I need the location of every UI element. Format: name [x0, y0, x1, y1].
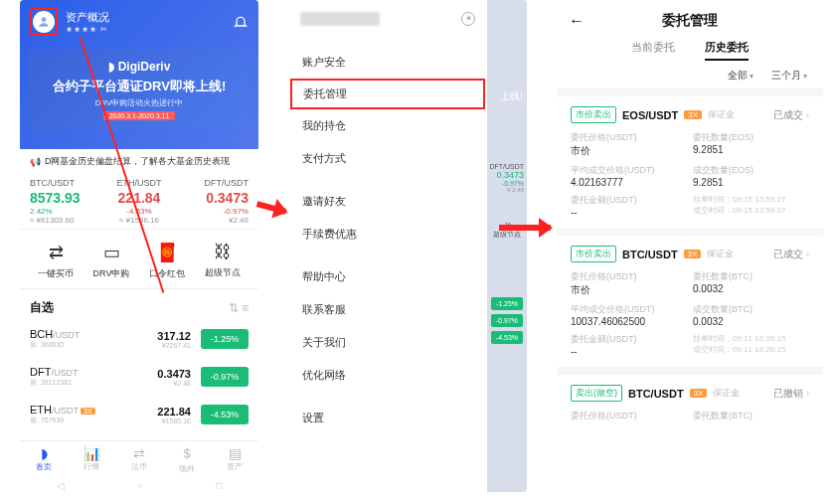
order-status: 已成交	[773, 248, 809, 261]
banner-peek: 上线!	[487, 0, 527, 103]
order-pair: EOS/USDT	[622, 109, 678, 121]
quick-action-3[interactable]: ⛓超级节点	[195, 242, 251, 280]
banner-subtitle: DRV申购活动火热进行中	[34, 97, 245, 108]
order-status: 已撤销	[773, 387, 809, 401]
tab-current[interactable]: 当前委托	[631, 40, 675, 61]
leverage-badge: 3X	[684, 110, 702, 119]
order-management-screen: ← 委托管理 当前委托 历史委托 全部 三个月 市价卖出 EOS/USDT 3X…	[557, 0, 823, 504]
menu-settings[interactable]: 设置	[288, 402, 487, 434]
peek-row-1: -0.97%	[491, 314, 523, 327]
brand-name: DigiDeriv	[118, 60, 171, 74]
price-col-0[interactable]: BTC/USDT 8573.93 2.42% ≈ ¥61303.60	[30, 178, 102, 225]
theme-toggle-icon[interactable]: ☀	[461, 12, 475, 26]
order-tabs: 当前委托 历史委托	[557, 40, 823, 61]
wallet-icon: ▤	[211, 445, 258, 461]
nav-assets[interactable]: ▤资产	[211, 445, 258, 474]
menu-network[interactable]: 优化网络	[288, 359, 487, 392]
notice-text: D网基金历史偏盘结算，了解各大基金历史表现	[45, 155, 231, 168]
quick-actions-row: ⇄一键买币 ▭DRV申购 🧧口令红包 ⛓超级节点	[20, 230, 258, 289]
header-stars: ★★★★ ✂	[66, 25, 233, 34]
peek-chg: -0.97%	[487, 180, 527, 187]
menu-help[interactable]: 帮助中心	[288, 260, 487, 293]
order-status: 已成交	[773, 108, 809, 122]
dimmed-background[interactable]: 上线! DFT/USDT 0.3473 -0.97% ¥ 2.48 ⛓超级节点 …	[487, 0, 527, 492]
menu-payment[interactable]: 支付方式	[288, 142, 487, 175]
banner-headline: 合约子平台通证DRV即将上线!	[34, 78, 245, 95]
menu-order-management[interactable]: 委托管理	[290, 79, 485, 109]
menu-fee-discount[interactable]: 手续费优惠	[288, 218, 487, 251]
back-key[interactable]: ◁	[57, 480, 65, 491]
system-nav: ◁○□	[20, 478, 258, 492]
page-title: 委托管理	[594, 12, 785, 30]
nav-otc[interactable]: ＄场外	[163, 445, 211, 474]
filter-row: 全部 三个月	[557, 61, 823, 88]
home-header: 资产概况 ★★★★ ✂ ◗DigiDeriv 合约子平台通证DRV即将上线! D…	[20, 0, 258, 149]
order-type-tag: 卖出(做空)	[571, 385, 622, 402]
node-icon: ⛓	[195, 242, 251, 262]
change-badge: -0.97%	[201, 367, 249, 387]
user-info-blurred	[300, 12, 380, 26]
leverage-badge: 3X	[684, 250, 702, 258]
menu-account-security[interactable]: 账户安全	[288, 46, 487, 79]
margin-tag: 保证金	[713, 387, 740, 400]
drawer-screen: ☀ 账户安全 委托管理 我的持仓 支付方式 邀请好友 手续费优惠 帮助中心 联系…	[288, 0, 527, 492]
leverage-badge: 3X	[690, 389, 708, 398]
leverage-badge: 3X	[81, 408, 95, 415]
filter-period[interactable]: 三个月	[771, 69, 807, 83]
market-row-1[interactable]: DFT/USDT量: 39112381 0.3473¥2.48 -0.97%	[20, 358, 258, 396]
bell-icon[interactable]	[233, 14, 249, 30]
speaker-icon: 📢	[30, 157, 41, 167]
price-col-2[interactable]: DFT/USDT 0.3473 -0.97% ¥2.48	[176, 178, 249, 225]
annotation-arrow-2	[499, 225, 551, 231]
filter-all[interactable]: 全部	[728, 69, 753, 83]
peek-pair: DFT/USDT	[487, 103, 527, 170]
recent-key[interactable]: □	[216, 480, 222, 491]
side-drawer: ☀ 账户安全 委托管理 我的持仓 支付方式 邀请好友 手续费优惠 帮助中心 联系…	[288, 0, 487, 492]
drv-icon: ▭	[84, 242, 139, 263]
swap-icon: ⇄	[115, 445, 163, 461]
bottom-nav: ◗首页 📊行情 ⇄法币 ＄场外 ▤资产	[20, 440, 258, 478]
svg-point-0	[42, 17, 47, 22]
change-badge: -4.53%	[201, 405, 249, 424]
tab-history[interactable]: 历史委托	[705, 40, 749, 61]
peek-row-0: -1.25%	[491, 297, 523, 310]
change-badge: -1.25%	[201, 329, 249, 349]
order-card-1[interactable]: 市价卖出 BTC/USDT 3X 保证金 已成交 委托价格(USDT)市价 委托…	[557, 228, 823, 367]
order-type-tag: 市价卖出	[571, 106, 616, 123]
exchange-icon: ⇄	[28, 242, 84, 263]
avatar[interactable]	[33, 11, 55, 33]
nav-market[interactable]: 📊行情	[68, 445, 115, 474]
order-card-0[interactable]: 市价卖出 EOS/USDT 3X 保证金 已成交 委托价格(USDT)市价 委托…	[557, 88, 823, 228]
market-tabs: 自选 ⇅ ≡	[20, 289, 258, 320]
menu-positions[interactable]: 我的持仓	[288, 109, 487, 142]
back-button[interactable]: ←	[569, 12, 585, 30]
market-row-0[interactable]: BCH/USDT量: 360030 317.12¥2267.41 -1.25%	[20, 320, 258, 358]
banner-date-tag: 2020.3.1-2020.3.11	[103, 111, 176, 120]
margin-tag: 保证金	[708, 108, 735, 121]
order-pair: BTC/USDT	[628, 388, 684, 400]
peek-price: 0.3473	[487, 170, 527, 180]
order-type-tag: 市价卖出	[571, 246, 616, 262]
quick-action-0[interactable]: ⇄一键买币	[28, 242, 84, 280]
quick-action-1[interactable]: ▭DRV申购	[84, 242, 139, 280]
home-icon: ◗	[20, 445, 68, 461]
market-row-2[interactable]: ETH/USDT3X量: 707639 221.84¥1585.16 -4.53…	[20, 396, 258, 433]
margin-tag: 保证金	[707, 248, 734, 260]
menu-contact[interactable]: 联系客服	[288, 293, 487, 326]
home-key[interactable]: ○	[137, 480, 143, 491]
menu-about[interactable]: 关于我们	[288, 326, 487, 359]
promo-banner[interactable]: ◗DigiDeriv 合约子平台通证DRV即将上线! DRV申购活动火热进行中 …	[28, 50, 251, 130]
brand-logo-icon: ◗	[108, 60, 114, 74]
home-screen: 资产概况 ★★★★ ✂ ◗DigiDeriv 合约子平台通证DRV即将上线! D…	[20, 0, 258, 492]
avatar-highlight-box	[30, 8, 58, 36]
sort-icon[interactable]: ⇅ ≡	[229, 301, 249, 315]
nav-fiat[interactable]: ⇄法币	[115, 445, 163, 474]
menu-invite[interactable]: 邀请好友	[288, 185, 487, 218]
tab-favorites[interactable]: 自选	[30, 299, 54, 316]
order-card-2[interactable]: 卖出(做空) BTC/USDT 3X 保证金 已撤销 委托价格(USDT) 委托…	[557, 367, 823, 432]
order-pair: BTC/USDT	[622, 249, 678, 260]
notice-bar[interactable]: 📢 D网基金历史偏盘结算，了解各大基金历史表现	[20, 149, 258, 174]
bars-icon: 📊	[68, 445, 115, 461]
annotation-arrow-1	[256, 201, 287, 215]
nav-home[interactable]: ◗首页	[20, 445, 68, 474]
